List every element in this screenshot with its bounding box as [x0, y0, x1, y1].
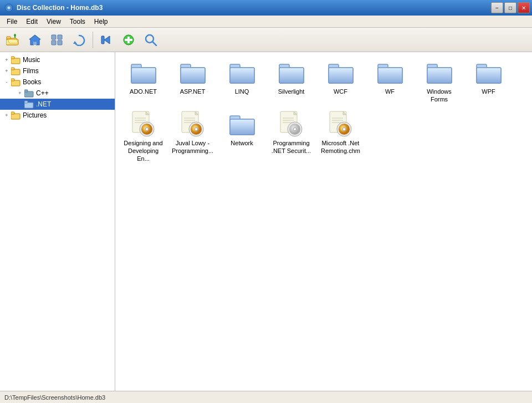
folder-silverlight[interactable]: Silverlight: [268, 57, 315, 106]
file-programming[interactable]: Programming .NET Securit...: [268, 108, 315, 165]
file-juval-icon: [180, 110, 206, 137]
svg-rect-9: [33, 42, 37, 45]
svg-rect-78: [230, 119, 254, 135]
grid-button[interactable]: [47, 30, 68, 50]
folder-linq-label: LINQ: [235, 88, 249, 95]
toggle-films[interactable]: +: [2, 67, 11, 75]
file-juval-label: Juval Lowy - Programming...: [171, 139, 214, 155]
svg-rect-19: [125, 39, 132, 41]
folder-wf[interactable]: WF: [366, 57, 413, 106]
svg-rect-11: [58, 35, 62, 39]
reload-button[interactable]: [69, 30, 90, 50]
open-button[interactable]: [2, 30, 23, 50]
svg-rect-7: [14, 35, 16, 38]
search-button[interactable]: [140, 30, 161, 50]
folder-network[interactable]: Network: [218, 108, 265, 165]
menu-bar: File Edit View Tools Help: [0, 16, 532, 28]
svg-rect-33: [11, 112, 14, 114]
maximize-button[interactable]: □: [504, 2, 516, 13]
sidebar-label-dotnet: .NET: [36, 100, 51, 108]
sidebar-item-books[interactable]: - Books: [0, 76, 115, 88]
films-folder-icon: [11, 67, 21, 75]
folder-winforms[interactable]: Windows Forms: [416, 57, 463, 106]
folder-wcf-label: WCF: [334, 88, 347, 95]
svg-rect-42: [230, 68, 254, 83]
cpp-folder-icon: [24, 89, 34, 98]
svg-line-21: [152, 42, 156, 45]
toggle-books[interactable]: -: [2, 78, 11, 86]
books-folder-icon: [11, 78, 21, 86]
sidebar-item-music[interactable]: + Music: [0, 54, 115, 65]
home-button[interactable]: [24, 30, 45, 50]
menu-tools[interactable]: Tools: [65, 17, 90, 27]
dotnet-folder-icon: [24, 100, 34, 109]
file-programming-icon: [278, 110, 305, 137]
svg-rect-39: [181, 68, 205, 83]
sidebar-label-films: Films: [23, 67, 39, 75]
toggle-pictures[interactable]: +: [2, 111, 11, 120]
folder-linq[interactable]: LINQ: [218, 57, 265, 106]
music-folder-icon: [11, 55, 21, 64]
folder-wpf-icon: [475, 59, 502, 85]
svg-point-75: [195, 128, 197, 130]
main-container: + Music + Films -: [0, 52, 532, 391]
toggle-dotnet[interactable]: [16, 100, 24, 109]
minimize-button[interactable]: −: [491, 2, 503, 13]
folder-aspnet[interactable]: ASP.NET: [169, 57, 216, 106]
svg-rect-27: [11, 79, 14, 81]
toolbar: [0, 28, 532, 52]
folder-wpf-label: WPF: [482, 88, 495, 95]
folder-silverlight-label: Silverlight: [278, 88, 305, 95]
file-remoting-icon: [328, 110, 354, 137]
sidebar-label-pictures: Pictures: [23, 111, 47, 119]
file-designing[interactable]: Designing and Developing En...: [120, 108, 167, 165]
svg-rect-13: [58, 40, 62, 45]
folder-network-label: Network: [231, 139, 253, 147]
sidebar-item-dotnet[interactable]: .NET: [0, 99, 115, 110]
svg-point-2: [8, 7, 10, 9]
file-remoting-label: Microsoft .Net Remoting.chm: [319, 139, 362, 155]
sidebar-label-music: Music: [23, 56, 40, 64]
sidebar-item-pictures[interactable]: + Pictures: [0, 110, 115, 121]
folder-wf-icon: [377, 59, 403, 85]
menu-edit[interactable]: Edit: [22, 17, 42, 27]
title-bar: Disc Collection - Home.db3 − □ ✕: [0, 0, 532, 16]
sidebar: + Music + Films -: [0, 52, 115, 391]
folder-wpf[interactable]: WPF: [465, 57, 512, 106]
folder-winforms-label: Windows Forms: [418, 88, 461, 104]
window-title: Disc Collection - Home.db3: [17, 4, 103, 12]
add-button[interactable]: [118, 30, 139, 50]
folder-adonet-icon: [130, 59, 157, 85]
close-button[interactable]: ✕: [518, 2, 530, 13]
sidebar-label-cpp: C++: [36, 89, 49, 97]
svg-rect-23: [11, 57, 14, 59]
svg-rect-45: [279, 68, 304, 83]
menu-view[interactable]: View: [42, 17, 65, 27]
folder-linq-icon: [229, 59, 255, 85]
sidebar-label-books: Books: [23, 78, 41, 86]
sidebar-item-films[interactable]: + Films: [0, 65, 115, 76]
app-icon: [4, 3, 13, 12]
pictures-folder-icon: [11, 111, 21, 120]
svg-point-87: [294, 128, 295, 130]
folder-wcf[interactable]: WCF: [317, 57, 364, 106]
file-designing-label: Designing and Developing En...: [122, 139, 165, 163]
folder-silverlight-icon: [278, 59, 305, 85]
folder-adonet[interactable]: ADO.NET: [120, 57, 167, 106]
toggle-cpp[interactable]: +: [16, 89, 24, 98]
svg-point-66: [146, 128, 147, 130]
svg-rect-31: [24, 101, 28, 103]
svg-rect-51: [378, 68, 402, 83]
sidebar-item-cpp[interactable]: + C++: [0, 88, 115, 99]
svg-rect-16: [101, 36, 104, 44]
folder-aspnet-icon: [180, 59, 206, 85]
menu-file[interactable]: File: [2, 17, 22, 27]
toggle-music[interactable]: +: [2, 55, 11, 64]
file-juval[interactable]: Juval Lowy - Programming...: [169, 108, 216, 165]
menu-help[interactable]: Help: [90, 17, 112, 27]
back-button[interactable]: [96, 30, 117, 50]
folder-wf-label: WF: [385, 88, 395, 95]
file-remoting[interactable]: Microsoft .Net Remoting.chm: [317, 108, 364, 165]
svg-marker-6: [14, 34, 16, 35]
status-text: D:\TempFiles\Screenshots\Home.db3: [4, 394, 105, 401]
